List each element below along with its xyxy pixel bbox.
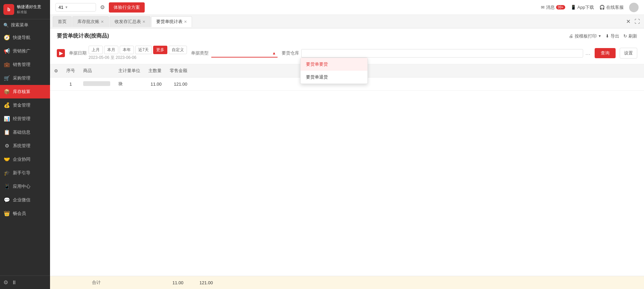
- sidebar-item-企业微信[interactable]: 💬企业微信: [0, 193, 50, 207]
- refresh-btn[interactable]: ↻ 刷新: [623, 33, 637, 39]
- search-menu-label: 搜索菜单: [11, 22, 28, 28]
- query-button[interactable]: 查询: [595, 48, 616, 58]
- sidebar-item-库存核算[interactable]: 📦库存核算: [0, 85, 50, 98]
- tab-label: 首页: [58, 19, 67, 25]
- topbar: 41 ▼ ⚙ 体验行业方案 ✉ 消息 99+ 📱 App下载 🎧 在线客服: [50, 0, 644, 15]
- user-avatar[interactable]: [629, 3, 639, 12]
- tab-close-icon[interactable]: ✕: [184, 20, 187, 24]
- online-service-btn[interactable]: 🎧 在线客服: [599, 4, 624, 10]
- topbar-right: ✉ 消息 99+ 📱 App下载 🎧 在线客服: [541, 3, 639, 12]
- footer-amount: 121.00: [199, 280, 226, 285]
- nav-icon: 🧭: [3, 34, 10, 41]
- brand-sub: 标准版: [17, 10, 41, 15]
- nav-label: 资金管理: [13, 102, 30, 108]
- print-btn[interactable]: 🖨 按模板打印 ▼: [569, 33, 601, 39]
- date-range-text: 2023-05-06 至 2023-06-06: [89, 55, 187, 61]
- sidebar-item-应用中心[interactable]: 📱应用中心: [0, 180, 50, 193]
- sidebar-item-快捷导航[interactable]: 🧭快捷导航: [0, 31, 50, 44]
- topbar-gear-icon[interactable]: ⚙: [99, 3, 106, 12]
- search-menu[interactable]: 🔍 搜索菜单: [0, 19, 50, 31]
- sidebar-item-畅会员[interactable]: 👑畅会员: [0, 207, 50, 220]
- settings-icon[interactable]: ⚙: [3, 279, 8, 286]
- sidebar-item-销售管理[interactable]: 💼销售管理: [0, 58, 50, 71]
- dropdown-option-要货单要货[interactable]: 要货单要货: [301, 58, 367, 71]
- voucher-type-dropdown: 要货单要货要货单退货: [300, 58, 368, 84]
- nav-label: 库存核算: [13, 89, 30, 95]
- filter-expand-btn[interactable]: ▶: [57, 49, 65, 57]
- tabs-expand-btn[interactable]: ⛶: [633, 17, 641, 26]
- td-unit: 块: [114, 77, 144, 91]
- nav-list: 🧭快捷导航📢营销推广💼销售管理🛒采购管理📦库存核算💰资金管理📊经营管理📋基础信息…: [0, 31, 50, 275]
- tab-close-icon[interactable]: ✕: [142, 20, 145, 24]
- date-btn-more[interactable]: 更多: [153, 46, 167, 54]
- nav-icon: 📢: [3, 48, 10, 54]
- table-container: ⚙ 序号 商品 主计量单位 主数量 零售金额 1 块 11.00 121.00: [50, 64, 644, 276]
- nav-icon: 📋: [3, 129, 10, 136]
- td-quantity: 11.00: [144, 77, 166, 91]
- app-download-btn[interactable]: 📱 App下载: [571, 4, 594, 10]
- nav-label: 营销推广: [13, 48, 30, 54]
- nav-label: 企业微信: [13, 197, 30, 203]
- date-btn-custom[interactable]: 自定义: [169, 46, 187, 54]
- store-selector[interactable]: 41 ▼: [55, 3, 96, 12]
- sidebar-item-营销推广[interactable]: 📢营销推广: [0, 44, 50, 58]
- topbar-left: 41 ▼ ⚙ 体验行业方案: [55, 2, 537, 13]
- warehouse-more-btn[interactable]: …: [585, 50, 591, 56]
- messages-btn[interactable]: ✉ 消息 99+: [541, 4, 565, 10]
- page-actions: 🖨 按模板打印 ▼ ⬇ 导出 ↻ 刷新: [569, 33, 637, 39]
- nav-icon: 💼: [3, 61, 10, 68]
- date-btn-本月[interactable]: 本月: [104, 46, 118, 54]
- th-settings: ⚙: [50, 64, 62, 77]
- tab-库存批次账[interactable]: 库存批次账✕: [72, 16, 109, 27]
- date-btn-上月[interactable]: 上月: [89, 46, 103, 54]
- tab-要货单统计表[interactable]: 要货单统计表✕: [151, 16, 192, 27]
- tab-首页[interactable]: 首页: [53, 16, 72, 27]
- brand-name: 畅捷通好生意: [17, 4, 41, 10]
- nav-icon: 💬: [3, 197, 10, 203]
- messages-label: 消息: [546, 4, 555, 10]
- export-btn[interactable]: ⬇ 导出: [605, 33, 619, 39]
- print-label: 按模板打印: [575, 33, 597, 39]
- nav-label: 经营管理: [13, 116, 30, 122]
- nav-icon: 🎓: [3, 170, 10, 176]
- voucher-type-input[interactable]: [211, 49, 278, 58]
- sidebar-bottom: ⚙ ⏸: [0, 275, 50, 289]
- store-name: 41: [58, 5, 63, 10]
- tab-close-icon[interactable]: ✕: [101, 20, 104, 24]
- nav-icon: 🤝: [3, 156, 10, 163]
- nav-icon: 💰: [3, 102, 10, 109]
- headset-icon: 🎧: [599, 5, 605, 10]
- th-unit: 主计量单位: [114, 64, 144, 77]
- tabs-bar: 首页库存批次账✕收发存汇总表✕要货单统计表✕ ✕ ⛶: [50, 15, 644, 28]
- main-area: 41 ▼ ⚙ 体验行业方案 ✉ 消息 99+ 📱 App下载 🎧 在线客服: [50, 0, 644, 289]
- voucher-type-label: 单据类型: [191, 50, 209, 56]
- table-footer: 合计 11.00 121.00: [50, 276, 644, 289]
- settings-button[interactable]: 设置: [620, 48, 637, 59]
- collapse-icon[interactable]: ⏸: [11, 280, 17, 286]
- sidebar-item-基础信息[interactable]: 📋基础信息: [0, 126, 50, 139]
- footer-quantity: 11.00: [172, 280, 199, 285]
- nav-label: 畅会员: [13, 210, 26, 217]
- sidebar-item-资金管理[interactable]: 💰资金管理: [0, 98, 50, 112]
- tab-收发存汇总表[interactable]: 收发存汇总表✕: [110, 16, 150, 27]
- sidebar-item-企业协同[interactable]: 🤝企业协同: [0, 153, 50, 166]
- nav-label: 基础信息: [13, 129, 30, 135]
- print-arrow: ▼: [598, 34, 601, 38]
- sidebar-item-经营管理[interactable]: 📊经营管理: [0, 112, 50, 126]
- nav-icon: 🛒: [3, 75, 10, 82]
- online-service-label: 在线客服: [606, 4, 624, 10]
- nav-icon: 👑: [3, 210, 10, 217]
- nav-label: 应用中心: [13, 183, 30, 190]
- date-btn-近7天[interactable]: 近7天: [135, 46, 152, 54]
- page-header: 要货单统计表(按商品) 🖨 按模板打印 ▼ ⬇ 导出 ↻ 刷新: [50, 28, 644, 42]
- warehouse-input[interactable]: [301, 49, 583, 58]
- nav-label: 采购管理: [13, 75, 30, 81]
- sidebar-item-新手引导[interactable]: 🎓新手引导: [0, 166, 50, 180]
- dropdown-option-要货单退货[interactable]: 要货单退货: [301, 71, 367, 84]
- sidebar-item-系统管理[interactable]: ⚙系统管理: [0, 139, 50, 153]
- tabs-close-all-btn[interactable]: ✕: [625, 17, 632, 26]
- date-filter-group: 单据日期 上月本月本年近7天更多自定义 2023-05-06 至 2023-06…: [69, 46, 187, 61]
- date-btn-本年[interactable]: 本年: [120, 46, 134, 54]
- sidebar-item-采购管理[interactable]: 🛒采购管理: [0, 71, 50, 85]
- trial-button[interactable]: 体验行业方案: [109, 2, 145, 13]
